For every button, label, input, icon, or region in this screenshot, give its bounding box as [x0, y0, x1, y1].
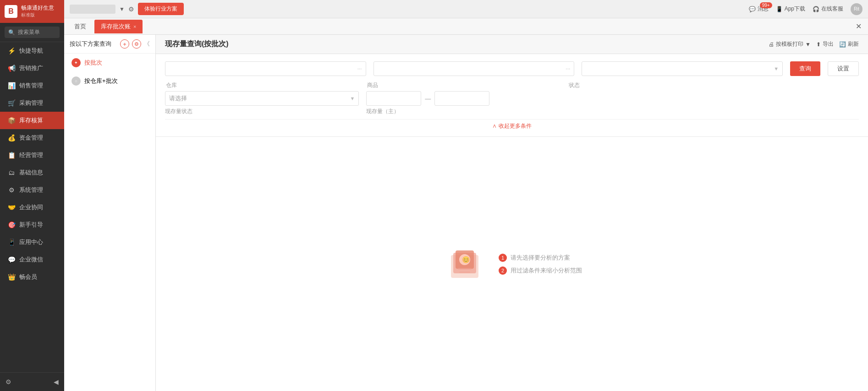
tab-close-icon[interactable]: ×	[133, 24, 136, 29]
tabbar-close-button[interactable]: ✕	[853, 22, 864, 31]
search-icon: 🔍	[8, 29, 15, 36]
sidebar-item-label: 快捷导航	[19, 47, 43, 55]
sidebar-item-shortcut[interactable]: ⚡ 快捷导航	[0, 42, 64, 60]
stock-status-dropdown[interactable]: 请选择 ▼	[165, 91, 359, 106]
stock-status-filter: 请选择 ▼ 现存量状态	[165, 91, 359, 115]
enterprise-icon: 🤝	[7, 203, 16, 212]
tab-home[interactable]: 首页	[68, 20, 93, 33]
sidebar-footer: ⚙ ◀	[0, 372, 64, 391]
product-input[interactable]	[378, 65, 566, 72]
sidebar-item-app-center[interactable]: 📱 应用中心	[0, 234, 64, 251]
topbar: ▼ ⚙ 体验行业方案 💬 消息 99+ 📱 App下载 🎧 在线客服 Rit	[64, 0, 868, 18]
tip-text-1: 请先选择要分析的方案	[511, 254, 570, 262]
guide-icon: 🎯	[7, 221, 16, 229]
online-service-btn[interactable]: 🎧 在线客服	[813, 5, 843, 13]
left-panel-collapse-btn[interactable]: 《	[144, 40, 150, 48]
sidebar-item-sales[interactable]: 📊 销售管理	[0, 77, 64, 94]
sidebar-item-finance[interactable]: 💰 资金管理	[0, 129, 64, 147]
message-btn[interactable]: 💬 消息 99+	[749, 5, 769, 13]
tip-num-1: 1	[499, 254, 507, 262]
stock-range-max[interactable]	[434, 91, 489, 106]
tabbar: 首页 库存批次账 × ✕	[64, 18, 868, 35]
sidebar-item-enterprise[interactable]: 🤝 企业协同	[0, 199, 64, 216]
sidebar-item-basic[interactable]: 🗂 基础信息	[0, 164, 64, 181]
user-avatar-btn[interactable]: Rit	[851, 3, 863, 15]
sidebar-item-marketing[interactable]: 📢 营销推广	[0, 60, 64, 77]
sidebar-item-label: 系统管理	[19, 186, 43, 194]
empty-state: 😊 1 请先选择要分析的方案 2 用过滤条件来缩小分析范围	[156, 137, 868, 391]
sidebar-item-purchase[interactable]: 🛒 采购管理	[0, 94, 64, 112]
breadcrumb-dropdown[interactable]: ▼	[119, 6, 125, 12]
sidebar-item-label: 企业微信	[19, 255, 43, 264]
sidebar-item-inventory[interactable]: 📦 库存核算	[0, 112, 64, 129]
stock-status-text: 请选择	[169, 94, 347, 103]
app-version: 标准版	[21, 12, 54, 18]
left-panel-actions: + ⚙ 《	[120, 39, 150, 49]
sidebar-item-label: 采购管理	[19, 99, 43, 107]
query-button[interactable]: 查询	[790, 61, 820, 76]
operation-icon: 📋	[7, 151, 16, 159]
status-dropdown-wrapper[interactable]: ▼	[582, 61, 783, 76]
filter-row-1: ··· ··· ▼	[165, 61, 859, 76]
export-button[interactable]: ⬆ 导出	[816, 40, 834, 48]
sidebar-search-label: 搜索菜单	[18, 28, 40, 36]
scheme-inactive-icon: ○	[71, 76, 81, 86]
stock-range-min[interactable]	[366, 91, 421, 106]
sidebar-item-operation[interactable]: 📋 经营管理	[0, 147, 64, 164]
collapse-sidebar-icon[interactable]: ◀	[52, 376, 60, 387]
settings-scheme-button[interactable]: ⚙	[132, 39, 141, 49]
stock-range-sep: —	[425, 95, 431, 102]
status-dropdown-arrow: ▼	[774, 66, 779, 71]
scheme-icon-symbol2: ○	[75, 79, 77, 83]
app-logo: B	[5, 5, 17, 18]
scheme-item-batch[interactable]: ✦ 按批次	[64, 54, 155, 72]
refresh-icon: 🔄	[839, 41, 846, 48]
app-center-icon: 📱	[7, 238, 16, 246]
empty-tips: 1 请先选择要分析的方案 2 用过滤条件来缩小分析范围	[499, 254, 582, 275]
message-badge: 99+	[760, 2, 772, 8]
app-download-btn[interactable]: 📱 App下载	[776, 5, 805, 13]
sidebar-item-wechat[interactable]: 💬 企业微信	[0, 251, 64, 268]
topbar-gear-icon[interactable]: ⚙	[128, 5, 134, 13]
add-scheme-button[interactable]: +	[120, 39, 129, 49]
warehouse-input[interactable]	[169, 65, 357, 72]
sidebar-item-label: 营销推广	[19, 64, 43, 72]
empty-tip-1: 1 请先选择要分析的方案	[499, 254, 582, 262]
page-header-actions: 🖨 按模板打印 ▼ ⬆ 导出 🔄 刷新	[769, 40, 859, 48]
tab-active-label: 库存批次账	[101, 22, 131, 31]
sidebar-item-label: 应用中心	[19, 238, 43, 246]
sidebar-item-label: 经营管理	[19, 151, 43, 159]
svg-text:😊: 😊	[462, 256, 470, 264]
status-label: 状态	[568, 81, 762, 89]
settings-footer-icon[interactable]: ⚙	[4, 376, 13, 387]
sidebar-item-system[interactable]: ⚙ 系统管理	[0, 181, 64, 199]
product-label: 商品	[366, 81, 560, 89]
sidebar-item-member[interactable]: 👑 畅会员	[0, 268, 64, 286]
sidebar-item-guide[interactable]: 🎯 新手引导	[0, 216, 64, 234]
page-title: 现存量查询(按批次)	[165, 39, 229, 49]
scheme-batch-label: 按批次	[84, 59, 102, 67]
filter-warehouse: ···	[165, 61, 366, 76]
refresh-button[interactable]: 🔄 刷新	[839, 40, 859, 48]
avatar-label: Rit	[854, 6, 859, 11]
warehouse-more-icon[interactable]: ···	[357, 65, 362, 72]
scheme-icon-symbol: ✦	[74, 60, 78, 65]
plus-icon: +	[123, 41, 126, 48]
print-icon: 🖨	[769, 41, 774, 48]
sidebar-search-trigger[interactable]: 🔍 搜索菜单	[5, 27, 60, 38]
service-icon: 🎧	[813, 6, 819, 12]
tab-inventory-batch[interactable]: 库存批次账 ×	[94, 20, 143, 33]
scheme-item-warehouse-batch[interactable]: ○ 按仓库+批次	[64, 72, 155, 90]
marketing-icon: 📢	[7, 64, 16, 72]
trial-button[interactable]: 体验行业方案	[138, 3, 184, 15]
product-more-icon[interactable]: ···	[566, 65, 570, 72]
warehouse-label: 仓库	[165, 81, 359, 89]
settings-button[interactable]: 设置	[828, 61, 859, 76]
empty-tip-2: 2 用过滤条件来缩小分析范围	[499, 266, 582, 275]
collapse-bar[interactable]: ∧ 收起更多条件	[165, 119, 859, 133]
left-panel-title: 按以下方案查询	[70, 40, 111, 48]
main-wrapper: ▼ ⚙ 体验行业方案 💬 消息 99+ 📱 App下载 🎧 在线客服 Rit	[64, 0, 868, 391]
export-icon: ⬆	[816, 41, 821, 48]
print-button[interactable]: 🖨 按模板打印 ▼	[769, 40, 811, 48]
breadcrumb-input[interactable]	[70, 5, 115, 14]
